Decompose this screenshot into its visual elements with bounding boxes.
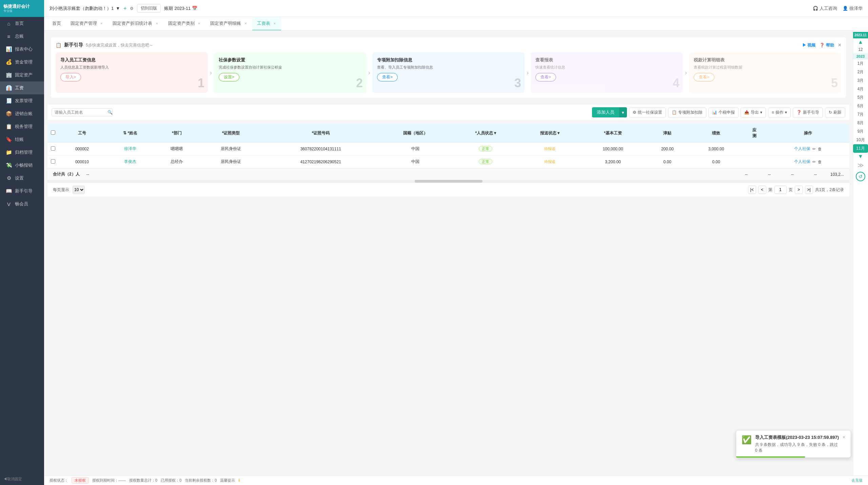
per-page-select[interactable]: 10 20 50	[73, 186, 85, 194]
add-person-dropdown[interactable]: ▾	[619, 107, 627, 117]
row1-delete-icon[interactable]: 🗑	[818, 147, 822, 151]
sidebar-item-reports[interactable]: 📊 报表中心	[0, 43, 44, 56]
first-page-btn[interactable]: |<	[748, 186, 756, 194]
user-profile[interactable]: 👤 徐泽华	[843, 5, 863, 12]
tab-fixed-assets[interactable]: 固定资产管理 ×	[66, 17, 108, 31]
col-status[interactable]: *人员状态 ▾	[453, 124, 519, 143]
switch-version-button[interactable]: 切到旧版	[137, 4, 161, 13]
cal-dec-prev[interactable]: 12	[853, 46, 868, 53]
tab-detail[interactable]: 固定资产明细账 ×	[205, 17, 252, 31]
select-all-checkbox[interactable]	[51, 130, 55, 135]
search-box[interactable]: 🔍	[52, 108, 113, 116]
scrollbar-area[interactable]	[47, 180, 849, 183]
cal-aug[interactable]: 8月	[853, 119, 868, 127]
cal-mar[interactable]: 3月	[853, 76, 868, 85]
row2-social-link[interactable]: 个人社保	[794, 159, 810, 165]
more-actions-btn[interactable]: ≡ 操作 ▾	[768, 108, 791, 117]
sidebar-item-sales[interactable]: 📦 进销台账	[0, 107, 44, 120]
tab-close-category[interactable]: ×	[197, 21, 201, 26]
col-name[interactable]: ⇅ *姓名	[106, 124, 155, 143]
row2-checkbox[interactable]	[51, 159, 55, 164]
row2-name[interactable]: 李俊杰	[106, 155, 155, 168]
dropdown-icon[interactable]: ▼	[116, 6, 120, 11]
help-link[interactable]: ❓ 帮助	[820, 42, 834, 48]
cal-jan[interactable]: 1月	[853, 59, 868, 68]
cal-jul[interactable]: 7月	[853, 110, 868, 119]
toast-close-btn[interactable]: ×	[843, 434, 845, 440]
row1-checkbox[interactable]	[51, 146, 55, 151]
row1-select[interactable]	[47, 143, 58, 155]
sidebar-item-ledger[interactable]: ≡ 总账	[0, 30, 44, 43]
account-selector[interactable]: 刘小艳演示账套（勿删勿动！）1 ▼	[50, 5, 120, 12]
select-all-col[interactable]	[47, 124, 58, 143]
cal-sep[interactable]: 9月	[853, 127, 868, 136]
export-btn[interactable]: 📤 导出 ▾	[741, 108, 766, 117]
row1-name[interactable]: 徐泽华	[106, 143, 155, 155]
support-btn[interactable]: 🎧 人工咨询	[813, 5, 837, 12]
cal-may[interactable]: 5月	[853, 93, 868, 102]
sidebar-item-settings[interactable]: ⚙ 设置	[0, 172, 44, 185]
add-account-icon[interactable]: +	[123, 5, 126, 12]
cal-feb[interactable]: 2月	[853, 68, 868, 76]
calendar-prev-btn[interactable]: ▲	[857, 38, 864, 46]
row2-delete-icon[interactable]: 🗑	[818, 160, 822, 164]
sidebar-item-assets[interactable]: 🏢 固定资产	[0, 69, 44, 81]
step1-btn[interactable]: 导入>	[60, 73, 81, 81]
calendar-next-btn[interactable]: ▼	[857, 153, 864, 160]
row1-edit-icon[interactable]: ✏	[812, 147, 816, 151]
step5-btn[interactable]: 查看>	[694, 73, 714, 81]
tab-close-payroll[interactable]: ×	[273, 21, 276, 26]
guide-btn[interactable]: ❓ 新手引导	[793, 108, 823, 117]
tab-close-detail[interactable]: ×	[244, 21, 247, 26]
tab-close-fixed-assets[interactable]: ×	[100, 21, 103, 26]
refresh-btn[interactable]: ↻ 刷新	[825, 108, 845, 117]
sidebar-item-expense[interactable]: 💸 小畅报销	[0, 159, 44, 172]
scrollbar-thumb[interactable]	[415, 180, 482, 183]
tab-payroll[interactable]: 工资表 ×	[252, 17, 281, 31]
col-submit[interactable]: 报送状态 ▾	[519, 124, 581, 143]
calendar-expand-icon[interactable]: ≫	[856, 160, 865, 170]
sidebar-item-invoice[interactable]: 🧾 发票管理	[0, 94, 44, 107]
step2-btn[interactable]: 设置>	[219, 73, 239, 81]
cal-apr[interactable]: 4月	[853, 85, 868, 93]
social-security-btn[interactable]: ⚙ 统一社保设置	[629, 108, 666, 117]
cal-oct[interactable]: 10月	[853, 136, 868, 144]
sidebar-item-close[interactable]: 🔖 结账	[0, 133, 44, 146]
add-person-button[interactable]: 添加人员	[592, 107, 619, 117]
row2-edit-icon[interactable]: ✏	[812, 160, 816, 164]
last-page-btn[interactable]: >|	[805, 186, 813, 194]
page-number-input[interactable]	[774, 186, 787, 194]
sidebar-item-payroll[interactable]: 👔 工资	[0, 81, 44, 94]
sidebar-item-home[interactable]: ⌂ 首页	[0, 17, 44, 30]
search-input[interactable]	[55, 110, 105, 115]
step4-btn[interactable]: 查看>	[535, 73, 556, 81]
row1-social-link[interactable]: 个人社保	[794, 146, 810, 152]
step3-btn[interactable]: 查看>	[377, 73, 398, 81]
cal-jun[interactable]: 6月	[853, 102, 868, 110]
tab-category[interactable]: 固定资产类别 ×	[163, 17, 205, 31]
sidebar-unpin[interactable]: ◀取消固定	[0, 473, 44, 485]
tab-close-depreciation[interactable]: ×	[155, 21, 158, 26]
charge-link[interactable]: 去充值	[851, 478, 863, 483]
sidebar-item-vip[interactable]: V 畅会员	[0, 198, 44, 210]
search-icon[interactable]: 🔍	[107, 110, 113, 115]
calendar-icon[interactable]: 📅	[192, 6, 197, 11]
sidebar-item-tax[interactable]: 📋 税务管理	[0, 120, 44, 133]
calendar-circle-btn[interactable]: ↺	[856, 172, 865, 181]
tab-depreciation[interactable]: 固定资产折旧统计表 ×	[108, 17, 163, 31]
next-page-btn[interactable]: >	[795, 186, 803, 194]
row2-name-link[interactable]: 李俊杰	[124, 159, 136, 164]
tax-report-btn[interactable]: 📊 个税申报	[708, 108, 738, 117]
row1-name-link[interactable]: 徐泽华	[124, 146, 136, 151]
prev-page-btn[interactable]: <	[758, 186, 766, 194]
sidebar-item-guide[interactable]: 📖 新手引导	[0, 185, 44, 198]
sidebar-item-finance[interactable]: 💰 资金管理	[0, 56, 44, 69]
video-link[interactable]: ▶ 视频	[802, 42, 815, 48]
tab-home[interactable]: 首页	[47, 17, 66, 31]
special-deduction-btn[interactable]: 📋 专项附加扣除	[668, 108, 706, 117]
sidebar-item-archive[interactable]: 📁 归档管理	[0, 146, 44, 159]
row2-select[interactable]	[47, 155, 58, 168]
cal-nov[interactable]: 11月	[853, 144, 868, 153]
guide-close-btn[interactable]: ×	[838, 42, 841, 48]
settings-icon[interactable]: ⚙	[130, 6, 134, 11]
